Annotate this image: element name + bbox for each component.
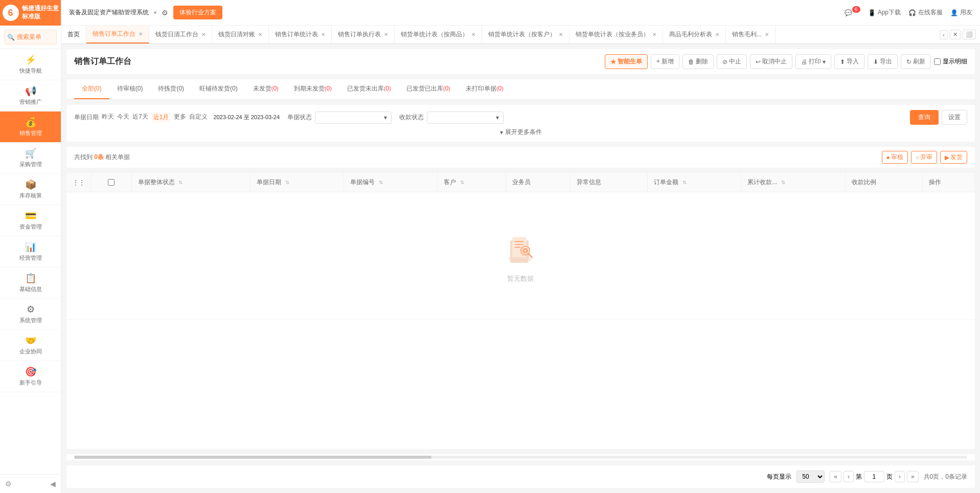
tab-cash-reconcile[interactable]: 钱货日清对账 ✕ (212, 26, 269, 43)
sidebar-search-area: 🔍 搜索菜单 (0, 26, 61, 49)
expand-more-button[interactable]: ▾ 展开更多条件 (500, 128, 542, 137)
delete-button[interactable]: 🗑 删除 (682, 54, 714, 69)
sub-tab-shipped-out[interactable]: 已发货已出库(0) (399, 79, 458, 99)
settings-bottom-icon[interactable]: ⚙ (5, 480, 12, 488)
tab-close-sales-more[interactable]: ✕ (765, 32, 769, 37)
per-page-select[interactable]: 20 50 100 (796, 470, 825, 483)
scrollbar-track[interactable] (74, 456, 967, 459)
page-suffix: 页 (886, 473, 893, 481)
th-customer[interactable]: 客户 ⇅ (438, 173, 506, 192)
export-button[interactable]: ⬇ 导出 (868, 54, 898, 69)
th-collected[interactable]: 累计收款... ⇅ (741, 173, 846, 192)
search-menu-button[interactable]: 🔍 搜索菜单 (4, 30, 57, 44)
import-button[interactable]: ⬆ 导入 (834, 54, 864, 69)
tab-close-sales-stats[interactable]: ✕ (321, 32, 325, 37)
next-page-button[interactable]: › (895, 471, 905, 482)
sub-tab-expired-unship[interactable]: 到期未发货(0) (286, 79, 339, 99)
cancel-stop-button[interactable]: ↩ 取消中止 (750, 54, 792, 69)
th-amount[interactable]: 订单金额 ⇅ (648, 173, 741, 192)
tab-sales-staff[interactable]: 销货单统计表（按业务员） ✕ (569, 26, 663, 43)
sub-tab-pending-pickup[interactable]: 待拣货(0) (150, 79, 192, 99)
per-page-label: 每页显示 (767, 473, 791, 481)
sidebar-item-marketing[interactable]: 📢 营销推广 (0, 80, 61, 111)
tab-maximize-button[interactable]: ⬜ (963, 30, 976, 39)
sidebar-item-system[interactable]: ⚙ 系统管理 (0, 299, 61, 330)
sub-tab-wangpu[interactable]: 旺铺待发货(0) (192, 79, 245, 99)
sub-tab-not-printed[interactable]: 未打印单据(0) (458, 79, 511, 99)
tab-close-margin[interactable]: ✕ (715, 32, 719, 37)
tab-close-sales-staff[interactable]: ✕ (652, 32, 656, 37)
shortcut-1month[interactable]: 近1月 (151, 113, 171, 122)
tab-close-sales-order[interactable]: ✕ (139, 31, 143, 37)
sidebar-item-operation[interactable]: 📊 经营管理 (0, 236, 61, 267)
tab-home[interactable]: 首页 (61, 26, 86, 43)
online-service-button[interactable]: 🎧 在线客服 (908, 8, 943, 17)
industry-solution-button[interactable]: 体验行业方案 (173, 6, 222, 19)
sidebar-item-quick-nav[interactable]: ⚡ 快捷导航 (0, 49, 61, 80)
sub-tab-shipped-not-out[interactable]: 已发货未出库(0) (339, 79, 399, 99)
shortcut-more[interactable]: 更多 (174, 113, 186, 122)
add-button[interactable]: + 新增 (651, 54, 679, 69)
sidebar-item-inventory[interactable]: 📦 库存核算 (0, 174, 61, 205)
shortcut-7days[interactable]: 近7天 (132, 113, 148, 122)
tab-margin[interactable]: 商品毛利分析表 ✕ (663, 26, 726, 43)
tab-close-sales-customer[interactable]: ✕ (559, 32, 563, 37)
refresh-button[interactable]: ↻ 刷新 (901, 54, 931, 69)
scrollbar-thumb[interactable] (74, 456, 431, 459)
th-date[interactable]: 单据日期 ⇅ (250, 173, 344, 192)
th-status[interactable]: 单据整体状态 ⇅ (131, 173, 250, 192)
system-dropdown-icon[interactable]: ▾ (154, 10, 156, 15)
tab-sales-more[interactable]: 销售毛利... ✕ (726, 26, 776, 43)
sidebar-item-basic[interactable]: 📋 基础信息 (0, 267, 61, 299)
sidebar-item-guide[interactable]: 🎯 新手引导 (0, 361, 61, 392)
page-input[interactable] (864, 471, 884, 482)
tab-sales-product[interactable]: 销货单统计表（按商品） ✕ (395, 26, 482, 43)
sub-tab-pending-review[interactable]: 待审核(0) (109, 79, 151, 99)
th-staff[interactable]: 业务员 (506, 173, 570, 192)
th-abnormal[interactable]: 异常信息 (571, 173, 648, 192)
th-number[interactable]: 单据编号 ⇅ (344, 173, 438, 192)
query-button[interactable]: 查询 (910, 110, 939, 125)
stop-button[interactable]: ⊘ 中止 (717, 54, 747, 69)
print-button[interactable]: 🖨 打印 ▾ (795, 54, 831, 69)
tab-close-sales-exec[interactable]: ✕ (384, 32, 388, 37)
select-all-checkbox[interactable] (108, 179, 115, 186)
finance-icon: 💳 (25, 210, 36, 221)
first-page-button[interactable]: « (830, 471, 841, 482)
settings-query-button[interactable]: 设置 (942, 110, 967, 125)
tab-close-cash-daily[interactable]: ✕ (201, 32, 206, 37)
tab-close-cash-reconcile[interactable]: ✕ (258, 32, 262, 37)
sub-tab-all[interactable]: 全部(0) (74, 79, 109, 99)
shortcut-custom[interactable]: 自定义 (189, 113, 208, 122)
main-area: 装备及固定资产辅助管理系统 ▾ ⚙ 体验行业方案 💬 6 📱 App下载 🎧 在… (61, 0, 980, 493)
sidebar-item-finance[interactable]: 💳 资金管理 (0, 205, 61, 236)
tab-sales-customer[interactable]: 销货单统计表（按客户） ✕ (482, 26, 569, 43)
app-download-button[interactable]: 📱 App下载 (868, 8, 901, 17)
ship-action-button[interactable]: ▶ 发货 (940, 151, 967, 164)
sub-tab-not-shipped[interactable]: 未发货(0) (245, 79, 286, 99)
sidebar-item-purchase[interactable]: 🛒 采购管理 (0, 143, 61, 174)
collapse-sidebar-button[interactable]: ◀ (50, 480, 56, 488)
message-button[interactable]: 💬 6 (845, 9, 860, 16)
tab-close-sales-product[interactable]: ✕ (471, 32, 475, 37)
tab-sales-exec[interactable]: 销售订单执行表 ✕ (332, 26, 395, 43)
tab-sales-order[interactable]: 销售订单工作台 ✕ (86, 26, 149, 43)
user-menu-button[interactable]: 👤 用友 (950, 8, 972, 17)
tab-prev-button[interactable]: ‹ (940, 30, 948, 39)
review-action-button[interactable]: ● 审核 (882, 151, 908, 164)
unreview-action-button[interactable]: ○ 弃审 (911, 151, 937, 164)
sidebar-item-enterprise[interactable]: 🤝 企业协同 (0, 330, 61, 361)
payment-select[interactable]: ▾ (427, 111, 504, 124)
shortcut-today[interactable]: 今天 (117, 113, 129, 122)
prev-page-button[interactable]: ‹ (844, 471, 854, 482)
smart-create-button[interactable]: ★ 智能生单 (605, 54, 648, 69)
tab-cash-daily[interactable]: 钱货日清工作台 ✕ (149, 26, 212, 43)
show-detail-checkbox[interactable] (934, 58, 941, 65)
last-page-button[interactable]: » (907, 471, 919, 482)
tab-close-all-button[interactable]: ✕ (950, 30, 961, 39)
status-select[interactable]: ▾ (315, 111, 392, 124)
header-settings-icon[interactable]: ⚙ (162, 9, 168, 17)
sidebar-item-sales[interactable]: 💰 销售管理 (0, 111, 61, 143)
shortcut-yesterday[interactable]: 昨天 (102, 113, 114, 122)
tab-sales-stats[interactable]: 销售订单统计表 ✕ (269, 26, 332, 43)
